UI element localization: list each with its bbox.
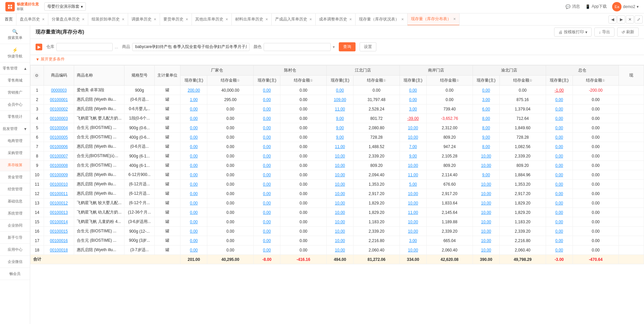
cell-total-qty[interactable]: 0.00 — [546, 142, 573, 151]
sidebar-item-app-center[interactable]: 应用中心 — [0, 244, 30, 256]
cell-yubei-qty[interactable]: 10.00 — [473, 189, 499, 198]
cell-factory-qty[interactable]: 0.00 — [180, 151, 207, 161]
cell-jiangbei-qty[interactable]: 109.00 — [327, 95, 354, 104]
sidebar-item-search[interactable]: 🔍 搜索英单 — [0, 26, 30, 44]
cell-total-qty[interactable]: 0.00 — [546, 198, 573, 208]
cell-chen-qty[interactable]: 0.00 — [254, 208, 280, 217]
user-area[interactable]: Ea demo2 ▾ — [612, 2, 639, 11]
cell-yubei-qty[interactable]: 10.00 — [473, 227, 499, 236]
cell-yubei-qty[interactable]: 10.00 — [473, 208, 499, 217]
cell-chen-qty[interactable]: 0.00 — [254, 245, 280, 255]
cell-code[interactable]: 00100012 — [44, 198, 74, 208]
cell-total-qty[interactable]: 0.00 — [546, 180, 573, 189]
cell-total-qty[interactable]: 0.00 — [546, 208, 573, 217]
cell-jiangbei-qty[interactable]: 11.00 — [327, 104, 354, 114]
sidebar-item-wholesale[interactable]: 批发管理 ▼ — [0, 123, 30, 135]
cell-factory-qty[interactable]: 0.00 — [180, 227, 207, 236]
cell-factory-qty[interactable]: 0.00 — [180, 142, 207, 151]
cell-nanan-qty[interactable]: 10.00 — [399, 133, 426, 142]
table-settings-icon[interactable]: ⚙ — [33, 72, 40, 79]
cell-yubei-qty[interactable]: 10.00 — [473, 180, 499, 189]
cell-code[interactable]: 00100010 — [44, 180, 74, 189]
settings-btn[interactable]: 设置 — [360, 42, 376, 51]
cell-jiangbei-qty[interactable]: 0.00 — [327, 86, 354, 95]
tab-assemble[interactable]: 组装折卸单历史 ✕ — [88, 13, 128, 26]
tab-next-btn[interactable]: ▶ — [617, 15, 625, 24]
sidebar-item-basic-info[interactable]: 基础信息 — [0, 195, 30, 207]
close-icon[interactable]: ✕ — [82, 17, 85, 21]
cell-yubei-qty[interactable]: 9.00 — [473, 133, 499, 142]
cell-chen-qty[interactable]: 0.00 — [254, 180, 280, 189]
cell-total-qty[interactable]: 0.00 — [546, 227, 573, 236]
cell-nanan-qty[interactable]: 10.00 — [399, 189, 426, 198]
cell-jiangbei-qty[interactable]: 10.00 — [327, 227, 354, 236]
cell-jiangbei-qty[interactable]: 10.00 — [327, 236, 354, 245]
cell-nanan-qty[interactable]: 9.00 — [399, 151, 426, 161]
goods-input[interactable] — [132, 43, 250, 51]
cell-code[interactable]: 00100004 — [44, 123, 74, 133]
close-icon[interactable]: ✕ — [225, 17, 228, 21]
export-btn[interactable]: ↓ 导出 — [594, 28, 614, 37]
print-btn[interactable]: 🖨 按模板打印 ▾ — [554, 28, 592, 37]
close-icon[interactable]: ✕ — [401, 17, 404, 21]
info-icon[interactable]: ① — [383, 79, 386, 82]
tab-product-in[interactable]: 产成品入库单历史 ✕ — [272, 13, 316, 26]
cell-jiangbei-qty[interactable]: 9.00 — [327, 123, 354, 133]
cell-nanan-qty[interactable]: 10.00 — [399, 161, 426, 170]
cell-factory-qty[interactable]: 0.00 — [180, 208, 207, 217]
cell-factory-qty[interactable]: 0.00 — [180, 104, 207, 114]
sidebar-item-ecommerce[interactable]: 电商管理 — [0, 135, 30, 147]
sidebar-item-member[interactable]: 会员中心 — [0, 99, 30, 111]
cell-factory-qty[interactable]: 0.00 — [180, 198, 207, 208]
industry-selector[interactable]: 母婴行业演示陈套 ▾ — [44, 2, 86, 11]
cell-nanan-qty[interactable]: 10.00 — [399, 198, 426, 208]
collapse-btn[interactable]: ▶ — [36, 44, 42, 50]
cell-code[interactable]: 00100003 — [44, 114, 74, 123]
cell-factory-qty[interactable]: 0.00 — [180, 133, 207, 142]
cell-code[interactable]: 00100002 — [44, 104, 74, 114]
sidebar-item-retail-mgmt[interactable]: 零售管理 ▲ — [0, 62, 30, 75]
cell-chen-qty[interactable]: 0.00 — [254, 170, 280, 180]
close-icon[interactable]: ✕ — [265, 17, 268, 21]
cell-chen-qty[interactable]: 0.00 — [254, 227, 280, 236]
color-input[interactable] — [264, 43, 331, 51]
cell-code[interactable]: 00100018 — [44, 245, 74, 255]
close-icon[interactable]: ✕ — [309, 17, 312, 21]
cell-yubei-qty[interactable]: 10.00 — [473, 217, 499, 227]
cell-factory-qty[interactable]: 1.00 — [180, 95, 207, 104]
sidebar-item-purchase[interactable]: 采购管理 — [0, 147, 30, 159]
cell-yubei-qty[interactable]: 8.00 — [473, 142, 499, 151]
cell-code[interactable]: 00100015 — [44, 227, 74, 236]
cell-yubei-qty[interactable]: 3.00 — [473, 95, 499, 104]
cell-yubei-qty[interactable]: 8.00 — [473, 114, 499, 123]
cell-total-qty[interactable]: 0.00 — [546, 151, 573, 161]
sidebar-item-inventory[interactable]: 库存核算 — [0, 159, 30, 171]
cell-code[interactable]: 00100011 — [44, 189, 74, 198]
cell-yubei-qty[interactable]: 10.00 — [473, 161, 499, 170]
cell-jiangbei-qty[interactable]: 10.00 — [327, 198, 354, 208]
tab-prev-btn[interactable]: ◀ — [608, 15, 616, 24]
cell-jiangbei-qty[interactable]: 9.00 — [327, 114, 354, 123]
info-icon[interactable]: ① — [237, 79, 240, 82]
cell-nanan-qty[interactable]: 0.00 — [399, 95, 426, 104]
cell-code[interactable]: 00100001 — [44, 95, 74, 104]
cell-chen-qty[interactable]: 0.00 — [254, 104, 280, 114]
cell-yubei-qty[interactable]: 9.00 — [473, 170, 499, 180]
cell-nanan-qty[interactable]: 10.00 — [399, 217, 426, 227]
sidebar-item-marketing[interactable]: 营销推广 — [0, 87, 30, 99]
cell-code[interactable]: 00100013 — [44, 208, 74, 217]
cell-yubei-qty[interactable]: 10.00 — [473, 236, 499, 245]
tab-material-out[interactable]: 材料出库单历史 ✕ — [232, 13, 272, 26]
cell-code[interactable]: 00100007 — [44, 151, 74, 161]
refresh-btn[interactable]: ↺ 刷新 — [617, 28, 639, 37]
cell-nanan-qty[interactable]: 11.00 — [399, 170, 426, 180]
info-icon[interactable]: ① — [310, 79, 313, 82]
cell-chen-qty[interactable]: 0.00 — [254, 123, 280, 133]
cell-jiangbei-qty[interactable]: 10.00 — [327, 208, 354, 217]
cell-nanan-qty[interactable]: 5.00 — [399, 180, 426, 189]
cell-chen-qty[interactable]: 0.00 — [254, 86, 280, 95]
cell-chen-qty[interactable]: 0.00 — [254, 161, 280, 170]
cell-jiangbei-qty[interactable]: 10.00 — [327, 170, 354, 180]
cell-total-qty[interactable]: 0.00 — [546, 236, 573, 245]
tab-transfer[interactable]: 调拨单历史 ✕ — [128, 13, 160, 26]
